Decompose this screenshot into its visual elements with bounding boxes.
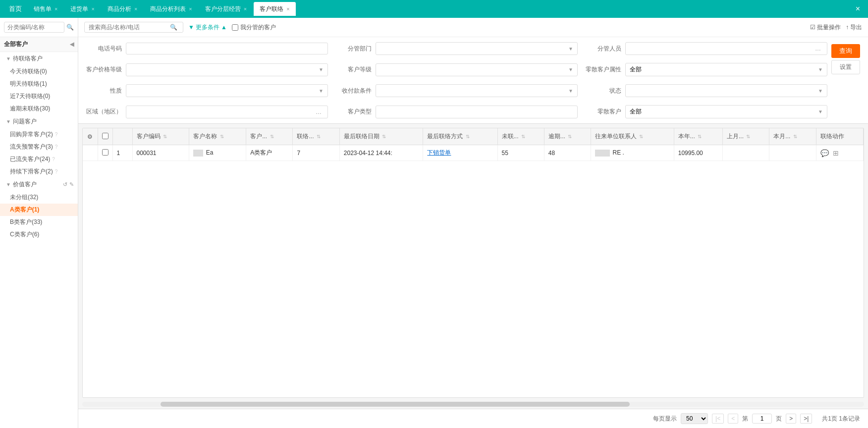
- col-cust-code[interactable]: 客户编码 ⇅: [132, 128, 189, 145]
- col-no-contact[interactable]: 未联... ⇅: [497, 128, 544, 145]
- phone-input[interactable]: [126, 43, 328, 54]
- phone-field: 电话号码: [86, 43, 328, 54]
- last-contact-way-link[interactable]: 下销货单: [427, 149, 451, 156]
- pending-contact-group[interactable]: ▼ 待联络客户: [0, 52, 78, 65]
- sidebar-collapse-icon[interactable]: ◀: [70, 41, 74, 48]
- price-grade-select[interactable]: ▼: [126, 63, 328, 76]
- last-page-btn[interactable]: >|: [800, 414, 812, 424]
- nature-select[interactable]: ▼: [126, 84, 328, 97]
- filter-more-conditions[interactable]: ▼ 更多条件 ▲: [188, 23, 227, 32]
- problem-customer-group[interactable]: ▼ 问题客户: [0, 115, 78, 128]
- person-dots[interactable]: …: [813, 45, 823, 52]
- setting-button[interactable]: 设置: [831, 60, 860, 74]
- sidebar-search-icon[interactable]: 🔍: [66, 24, 74, 31]
- sort-icon-contact: ⇅: [317, 134, 321, 139]
- help-icon-1[interactable]: ?: [55, 132, 58, 137]
- sidebar-item-b-class[interactable]: B类客户(33): [0, 216, 78, 228]
- my-customers-check[interactable]: [232, 24, 238, 31]
- close-all-tabs[interactable]: ×: [852, 4, 864, 13]
- batch-op-btn[interactable]: ☑ 批量操作: [810, 23, 841, 32]
- close-customer-contact-tab[interactable]: ×: [286, 6, 289, 12]
- sidebar-item-repurchase-abnormal[interactable]: 回购异常客户(2) ?: [0, 128, 78, 141]
- horizontal-scrollbar[interactable]: [82, 402, 864, 407]
- action-qr-icon[interactable]: ⊞: [833, 149, 839, 157]
- retail-attr-select[interactable]: 全部 ▼: [625, 63, 827, 76]
- nav-tab-sales[interactable]: 销售单 ×: [28, 2, 63, 16]
- sidebar-item-unclassified[interactable]: 未分组(32): [0, 191, 78, 204]
- total-info: 共1页 1条记录: [822, 415, 860, 423]
- my-customers-checkbox[interactable]: 我分管的客户: [232, 23, 276, 32]
- per-page-select[interactable]: 50 100 200: [681, 413, 708, 424]
- col-gear[interactable]: ⚙: [83, 128, 98, 145]
- nature-field: 性质 ▼: [86, 84, 328, 97]
- select-all-checkbox[interactable]: [102, 133, 108, 139]
- filter-search-input[interactable]: [89, 24, 168, 31]
- row-select-checkbox[interactable]: [102, 149, 108, 156]
- per-page-label: 每页显示: [653, 415, 677, 423]
- col-contact-count[interactable]: 联络... ⇅: [293, 128, 339, 145]
- nav-tab-analysis[interactable]: 商品分析 ×: [102, 2, 143, 16]
- nav-tab-customer-contact[interactable]: 客户联络 ×: [254, 2, 295, 16]
- sidebar-item-7days[interactable]: 近7天待联络(0): [0, 90, 78, 103]
- help-icon-3[interactable]: ?: [52, 157, 55, 162]
- sidebar-item-a-class[interactable]: A类客户(1): [0, 204, 78, 216]
- row-contact-count: 7: [293, 145, 339, 161]
- col-cust-name[interactable]: 客户名称 ⇅: [189, 128, 246, 145]
- nav-home[interactable]: 首页: [4, 4, 27, 13]
- sidebar-item-churned[interactable]: 已流失客户(24) ?: [0, 153, 78, 165]
- col-cust-type[interactable]: 客户... ⇅: [246, 128, 293, 145]
- nav-tab-purchase[interactable]: 进货单 ×: [64, 2, 100, 16]
- col-last-month[interactable]: 上月... ⇅: [723, 128, 769, 145]
- close-analysis-list-tab[interactable]: ×: [189, 6, 192, 12]
- next-page-btn[interactable]: >: [786, 414, 796, 424]
- col-overdue[interactable]: 逾期... ⇅: [544, 128, 591, 145]
- sidebar-item-overdue[interactable]: 逾期未联络(30): [0, 103, 78, 115]
- dept-select-arrow: ▼: [568, 46, 573, 52]
- customer-type-field: 客户类型: [336, 106, 578, 118]
- sidebar-search-input[interactable]: [4, 22, 64, 33]
- person-select[interactable]: …: [625, 42, 827, 55]
- row-action: 💬 ⊞: [816, 145, 863, 161]
- sidebar-item-tomorrow[interactable]: 明天待联络(1): [0, 78, 78, 90]
- query-button[interactable]: 查询: [831, 44, 860, 58]
- payment-select[interactable]: ▼: [376, 84, 578, 97]
- nav-tab-analysis-list[interactable]: 商品分析列表 ×: [144, 2, 198, 16]
- close-purchase-tab[interactable]: ×: [91, 6, 94, 12]
- close-analysis-tab[interactable]: ×: [134, 6, 137, 12]
- value-group-edit[interactable]: ✎: [69, 181, 74, 188]
- col-last-way[interactable]: 最后联络方式 ⇅: [423, 128, 497, 145]
- retail-customer-select[interactable]: 全部 ▼: [625, 105, 827, 118]
- help-icon-4[interactable]: ?: [55, 169, 58, 174]
- filter-search-icon[interactable]: 🔍: [170, 24, 177, 31]
- nav-tab-customer-tier[interactable]: 客户分层经营 ×: [199, 2, 253, 16]
- status-select[interactable]: ▼: [625, 84, 827, 97]
- help-icon-2[interactable]: ?: [55, 144, 58, 150]
- action-msg-icon[interactable]: 💬: [820, 149, 829, 157]
- col-unit-contact[interactable]: 往来单位联系人 ⇅: [591, 128, 674, 145]
- export-btn[interactable]: ↑ 导出: [846, 23, 862, 32]
- scrollbar-thumb[interactable]: [161, 402, 630, 407]
- region-select[interactable]: …: [126, 106, 328, 118]
- sidebar-item-declining[interactable]: 持续下滑客户(2) ?: [0, 165, 78, 178]
- value-group-refresh[interactable]: ↺: [63, 181, 67, 188]
- sidebar-item-today[interactable]: 今天待联络(0): [0, 65, 78, 78]
- sidebar-search-bar: 🔍: [0, 18, 78, 37]
- value-customer-group[interactable]: ▼ 价值客户 ↺ ✎: [0, 178, 78, 191]
- close-customer-tier-tab[interactable]: ×: [244, 6, 247, 12]
- first-page-btn[interactable]: |<: [712, 414, 724, 424]
- col-this-month[interactable]: 本月... ⇅: [769, 128, 816, 145]
- customer-grade-select[interactable]: ▼: [376, 63, 578, 76]
- region-dots[interactable]: …: [314, 108, 324, 115]
- dept-select[interactable]: ▼: [376, 42, 578, 55]
- close-sales-tab[interactable]: ×: [54, 6, 57, 12]
- col-index: [112, 128, 132, 145]
- customer-type-select[interactable]: [376, 106, 578, 118]
- all-customers-header[interactable]: 全部客户 ◀: [0, 37, 78, 52]
- col-last-date[interactable]: 最后联络日期 ⇅: [339, 128, 423, 145]
- prev-page-btn[interactable]: <: [728, 414, 738, 424]
- current-page-input[interactable]: [752, 414, 772, 424]
- sidebar-item-churn-warning[interactable]: 流失预警客户(3) ?: [0, 141, 78, 153]
- row-last-way[interactable]: 下销货单: [423, 145, 497, 161]
- col-this-year[interactable]: 本年... ⇅: [674, 128, 722, 145]
- sidebar-item-c-class[interactable]: C类客户(6): [0, 228, 78, 241]
